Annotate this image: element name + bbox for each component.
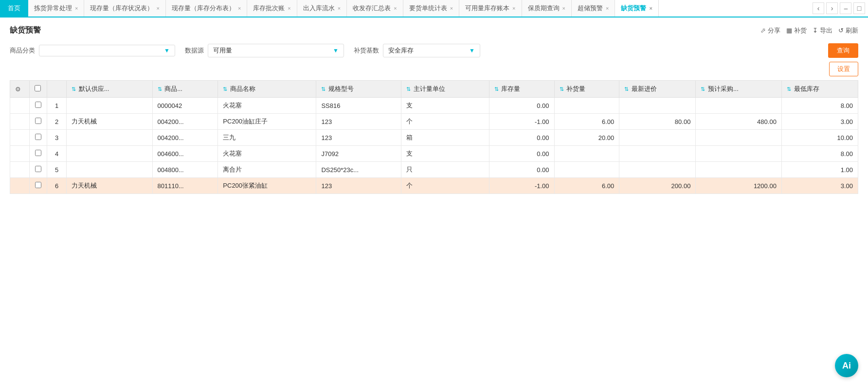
tab-next-button[interactable]: › bbox=[826, 2, 838, 14]
tab-close-icon[interactable]: × bbox=[562, 5, 565, 11]
row-stock: 0.00 bbox=[489, 146, 554, 162]
tab-home[interactable]: 首页 bbox=[0, 0, 28, 17]
replenish-icon: ▦ bbox=[786, 27, 792, 34]
share-label: 分享 bbox=[768, 26, 780, 35]
row-spec: 123 bbox=[316, 178, 401, 194]
tab-inventory-status[interactable]: 现存量（库存状况表） × bbox=[84, 0, 165, 17]
tab-close-icon[interactable]: × bbox=[75, 5, 78, 11]
datasource-arrow-icon: ▼ bbox=[333, 47, 339, 54]
category-filter-group: 商品分类 ▼ bbox=[10, 45, 175, 56]
tab-close-icon[interactable]: × bbox=[156, 5, 159, 11]
tab-close-icon[interactable]: × bbox=[606, 5, 609, 11]
export-button[interactable]: ↧ 导出 bbox=[813, 26, 832, 35]
row-checkbox[interactable] bbox=[30, 114, 47, 130]
col-replenish-qty[interactable]: ⇅ 补货量 bbox=[554, 81, 619, 98]
query-button[interactable]: 查询 bbox=[828, 43, 858, 58]
replenish-base-value: 安全库存 bbox=[388, 46, 414, 55]
row-select-checkbox[interactable] bbox=[35, 134, 41, 140]
row-stock: 0.00 bbox=[489, 98, 554, 114]
row-replenish-qty: 20.00 bbox=[554, 130, 619, 146]
row-settings bbox=[10, 146, 30, 162]
col-stock[interactable]: ⇅ 库存量 bbox=[489, 81, 554, 98]
tab-in-out-flow[interactable]: 出入库流水 × bbox=[297, 0, 347, 17]
datasource-value: 可用量 bbox=[213, 46, 232, 55]
row-checkbox[interactable] bbox=[30, 130, 47, 146]
col-unit[interactable]: ⇅ 主计量单位 bbox=[401, 81, 489, 98]
replenish-button[interactable]: ▦ 补货 bbox=[786, 26, 807, 35]
row-spec: SS816 bbox=[316, 98, 401, 114]
replenish-base-select[interactable]: 安全库存 ▼ bbox=[383, 44, 480, 57]
col-spec[interactable]: ⇅ 规格型号 bbox=[316, 81, 401, 98]
tab-batch-account[interactable]: 库存批次账 × bbox=[247, 0, 297, 17]
sort-icon: ⇅ bbox=[223, 86, 227, 92]
tab-close-icon[interactable]: × bbox=[394, 5, 397, 11]
col-est-purchase[interactable]: ⇅ 预计采购... bbox=[696, 81, 782, 98]
col-product-code[interactable]: ⇅ 商品... bbox=[152, 81, 218, 98]
settings-button[interactable]: 设置 bbox=[829, 62, 858, 76]
select-all-checkbox[interactable] bbox=[35, 85, 41, 91]
col-min-stock[interactable]: ⇅ 最低库存 bbox=[781, 81, 858, 98]
page-content: 缺货预警 ⬀ 分享 ▦ 补货 ↧ 导出 ↺ 刷新 商品分类 bbox=[0, 18, 868, 387]
row-min-stock: 10.00 bbox=[781, 130, 858, 146]
tab-available-ledger[interactable]: 可用量库存账本 × bbox=[459, 0, 522, 17]
category-select[interactable]: ▼ bbox=[39, 45, 175, 56]
row-stock: -1.00 bbox=[489, 114, 554, 130]
row-checkbox[interactable] bbox=[30, 162, 47, 178]
tab-overstock[interactable]: 超储预警 × bbox=[572, 0, 615, 17]
tab-close-icon[interactable]: × bbox=[450, 5, 453, 11]
row-select-checkbox[interactable] bbox=[35, 166, 41, 172]
row-unit: 支 bbox=[401, 98, 489, 114]
tab-order-stats[interactable]: 要货单统计表 × bbox=[403, 0, 459, 17]
row-select-checkbox[interactable] bbox=[35, 182, 41, 188]
share-button[interactable]: ⬀ 分享 bbox=[760, 26, 780, 35]
row-settings bbox=[10, 98, 30, 114]
row-unit: 个 bbox=[401, 114, 489, 130]
row-min-stock: 1.00 bbox=[781, 162, 858, 178]
row-latest-price bbox=[619, 98, 696, 114]
tab-minimize-button[interactable]: ‒ bbox=[840, 2, 851, 14]
datasource-label: 数据源 bbox=[185, 46, 204, 55]
row-product-name: PC200张紧油缸 bbox=[218, 178, 316, 194]
category-label: 商品分类 bbox=[10, 46, 35, 55]
datasource-select[interactable]: 可用量 ▼ bbox=[208, 44, 344, 57]
tab-nav-buttons: ‹ › ‒ □ bbox=[812, 2, 868, 14]
row-checkbox[interactable] bbox=[30, 146, 47, 162]
row-product-code: 004800... bbox=[152, 162, 218, 178]
tab-inventory-dist[interactable]: 现存量（库存分布表） × bbox=[166, 0, 247, 17]
tab-close-icon[interactable]: × bbox=[288, 5, 290, 11]
row-replenish-qty: 6.00 bbox=[554, 178, 619, 194]
row-product-name: PC200油缸庄子 bbox=[218, 114, 316, 130]
refresh-button[interactable]: ↺ 刷新 bbox=[838, 26, 858, 35]
tab-maximize-button[interactable]: □ bbox=[853, 2, 865, 14]
gear-icon[interactable]: ⚙ bbox=[15, 86, 21, 93]
tab-close-icon[interactable]: × bbox=[238, 5, 241, 11]
row-spec: 123 bbox=[316, 130, 401, 146]
tab-shortage[interactable]: 缺货预警 × bbox=[615, 0, 658, 18]
row-select-checkbox[interactable] bbox=[35, 102, 41, 108]
col-default-supplier[interactable]: ⇅ 默认供应... bbox=[67, 81, 153, 98]
row-product-code: 004200... bbox=[152, 114, 218, 130]
row-spec: J7092 bbox=[316, 146, 401, 162]
col-product-name[interactable]: ⇅ 商品名称 bbox=[218, 81, 316, 98]
row-select-checkbox[interactable] bbox=[35, 118, 41, 124]
row-replenish-qty bbox=[554, 98, 619, 114]
col-latest-price[interactable]: ⇅ 最新进价 bbox=[619, 81, 696, 98]
tab-expiry-query[interactable]: 保质期查询 × bbox=[522, 0, 572, 17]
category-arrow-icon: ▼ bbox=[164, 47, 170, 54]
tab-prev-button[interactable]: ‹ bbox=[813, 2, 824, 14]
sort-icon: ⇅ bbox=[701, 86, 705, 92]
tab-close-icon[interactable]: × bbox=[512, 5, 515, 11]
row-select-checkbox[interactable] bbox=[35, 150, 41, 156]
tab-home-label: 首页 bbox=[8, 4, 20, 13]
tab-close-icon[interactable]: × bbox=[338, 5, 341, 11]
row-num: 3 bbox=[47, 130, 67, 146]
row-checkbox[interactable] bbox=[30, 98, 47, 114]
row-checkbox[interactable] bbox=[30, 178, 47, 194]
tab-receive-summary[interactable]: 收发存汇总表 × bbox=[347, 0, 403, 17]
share-icon: ⬀ bbox=[760, 27, 766, 34]
tab-defect-process[interactable]: 拣货异常处理 × bbox=[28, 0, 84, 17]
ai-badge[interactable]: Ai bbox=[835, 354, 858, 377]
tab-close-icon[interactable]: × bbox=[649, 5, 652, 11]
row-est-purchase bbox=[696, 162, 782, 178]
row-product-name: 三九 bbox=[218, 130, 316, 146]
